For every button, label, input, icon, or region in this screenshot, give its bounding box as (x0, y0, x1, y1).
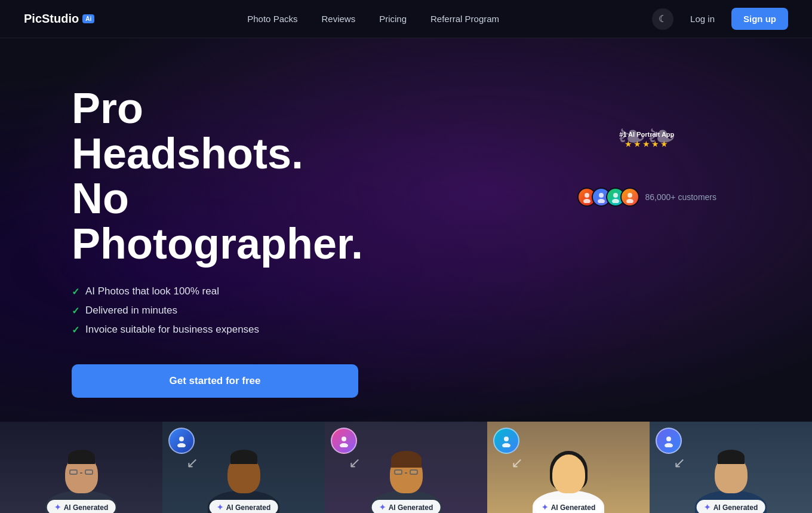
feature-2: Delivered in minutes (85, 305, 177, 317)
arrow-indicator-2: ↙ (186, 454, 198, 471)
logo[interactable]: PicStudio Ai (24, 12, 94, 26)
strip-card-3: ↙ ✦ AI Generated (325, 422, 487, 513)
avatar-stack (577, 188, 639, 207)
award-badge: ❧ #1 AI Portrait App ★★★★★ ❧ (577, 116, 716, 164)
svg-point-0 (585, 193, 589, 198)
strip-card-1: ✦ AI Generated (0, 422, 162, 513)
logo-text: PicStudio (24, 12, 79, 26)
login-button[interactable]: Log in (683, 9, 722, 29)
nav-link-reviews[interactable]: Reviews (321, 14, 355, 24)
hero-title: Pro Headshots. No Photographer. (72, 86, 418, 266)
avatar-4 (620, 188, 639, 207)
logo-badge: Ai (82, 14, 94, 23)
award-title: #1 AI Portrait App (619, 131, 674, 138)
customers-row: 86,000+ customers (577, 188, 716, 207)
feature-3: Invoice suitable for business expenses (85, 324, 259, 336)
svg-point-5 (612, 199, 619, 203)
award-wreath: ❧ #1 AI Portrait App ★★★★★ ❧ (599, 116, 694, 164)
ai-badge-4: ✦ AI Generated (534, 500, 603, 513)
hero-features: ✓ AI Photos that look 100% real ✓ Delive… (72, 285, 788, 336)
svg-point-12 (504, 437, 509, 441)
arrow-indicator-5: ↙ (673, 454, 685, 471)
strip-card-4: ↙ ✦ AI Generated (487, 422, 650, 513)
social-proof: ❧ #1 AI Portrait App ★★★★★ ❧ (577, 116, 716, 207)
strip-card-2: ↙ ✦ AI Generated (162, 422, 325, 513)
svg-point-1 (583, 199, 590, 203)
customers-count: 86,000+ customers (645, 192, 716, 202)
nav-links: Photo Packs Reviews Pricing Referral Pro… (247, 14, 499, 24)
nav-link-pricing[interactable]: Pricing (379, 14, 407, 24)
svg-point-15 (665, 443, 673, 447)
arrow-indicator-3: ↙ (349, 454, 361, 471)
svg-point-8 (179, 437, 184, 441)
svg-point-2 (599, 193, 604, 198)
svg-point-9 (177, 443, 186, 447)
check-icon-2: ✓ (72, 305, 79, 317)
ai-badge-star-1: ✦ (54, 503, 61, 512)
nav-right: ☾ Log in Sign up (652, 8, 788, 30)
dark-mode-toggle[interactable]: ☾ (652, 8, 673, 30)
hero-section: Pro Headshots. No Photographer. ✓ AI Pho… (0, 38, 812, 422)
nav-link-referral[interactable]: Referral Program (430, 14, 499, 24)
wreath-content: #1 AI Portrait App ★★★★★ (619, 131, 674, 149)
ai-badge-3: ✦ AI Generated (372, 500, 441, 513)
ai-badge-1: ✦ AI Generated (47, 500, 116, 513)
check-icon-3: ✓ (72, 324, 79, 336)
arrow-indicator-4: ↙ (511, 454, 523, 471)
signup-button[interactable]: Sign up (731, 8, 788, 30)
cta-button[interactable]: Get started for free (72, 364, 358, 398)
nav-link-photo-packs[interactable]: Photo Packs (247, 14, 297, 24)
check-icon-1: ✓ (72, 286, 79, 297)
ai-badge-2: ✦ AI Generated (210, 500, 278, 513)
image-strip: ✦ AI Generated ↙ ✦ AI Generated (0, 422, 812, 513)
svg-point-10 (342, 437, 346, 441)
ai-badge-5: ✦ AI Generated (697, 500, 765, 513)
svg-point-11 (340, 443, 348, 447)
svg-point-4 (613, 193, 618, 198)
feature-1: AI Photos that look 100% real (85, 285, 219, 297)
award-stars: ★★★★★ (619, 139, 674, 149)
strip-card-5: ↙ ✦ AI Generated (650, 422, 812, 513)
navbar: PicStudio Ai Photo Packs Reviews Pricing… (0, 0, 812, 38)
svg-point-7 (626, 199, 633, 203)
svg-point-3 (598, 199, 605, 203)
svg-point-6 (628, 193, 632, 198)
svg-point-13 (502, 443, 510, 447)
svg-point-14 (666, 437, 671, 441)
